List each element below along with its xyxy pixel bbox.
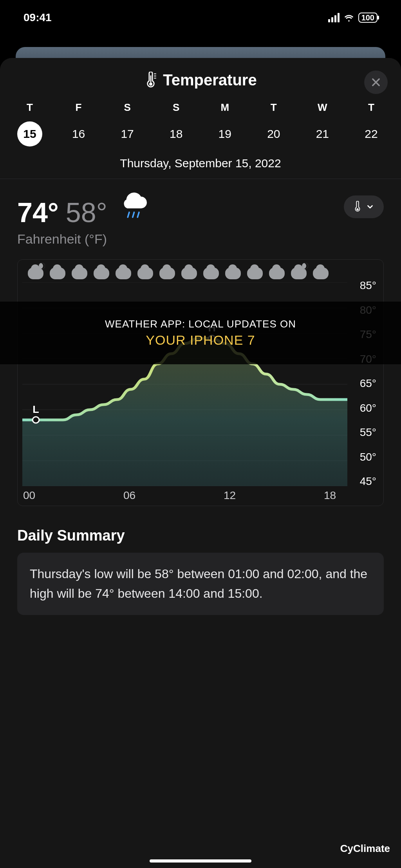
day-number: 21 bbox=[310, 121, 335, 146]
day-letter: M bbox=[220, 101, 229, 114]
thermometer-icon bbox=[144, 72, 157, 89]
day-16[interactable]: F16 bbox=[63, 101, 94, 146]
cloud-icon bbox=[159, 268, 175, 279]
day-number: 19 bbox=[212, 121, 237, 146]
cloud-icon bbox=[50, 268, 65, 279]
day-number: 20 bbox=[261, 121, 286, 146]
day-number: 18 bbox=[164, 121, 189, 146]
home-indicator bbox=[150, 859, 251, 863]
day-strip: T15F16S17S18M19T20W21T22 bbox=[0, 99, 401, 146]
day-15[interactable]: T15 bbox=[14, 101, 45, 146]
day-letter: F bbox=[76, 101, 82, 114]
full-date-label: Thursday, September 15, 2022 bbox=[0, 157, 401, 170]
day-20[interactable]: T20 bbox=[258, 101, 289, 146]
cloud-rain-icon bbox=[117, 191, 149, 222]
cloud-icon bbox=[94, 268, 109, 279]
svg-line-6 bbox=[132, 212, 134, 217]
unit-label: Fahrenheit (°F) bbox=[17, 231, 384, 247]
close-button[interactable] bbox=[364, 71, 388, 94]
svg-point-18 bbox=[33, 417, 39, 423]
day-21[interactable]: W21 bbox=[307, 101, 338, 146]
cloud-icon bbox=[137, 268, 153, 279]
svg-point-0 bbox=[149, 82, 152, 85]
svg-line-7 bbox=[137, 212, 139, 217]
banner-line2: YOUR IPHONE 7 bbox=[146, 333, 255, 348]
cloud-icon bbox=[313, 268, 329, 279]
day-letter: S bbox=[173, 101, 179, 114]
day-number: 16 bbox=[66, 121, 91, 146]
high-temp: 74° bbox=[17, 197, 59, 228]
chevron-down-icon bbox=[366, 201, 374, 213]
cloud-night-icon bbox=[291, 268, 307, 279]
day-number: 15 bbox=[17, 121, 42, 146]
cloud-rain-small-icon bbox=[269, 268, 285, 279]
svg-rect-1 bbox=[150, 75, 152, 82]
svg-line-5 bbox=[128, 212, 129, 217]
cellular-icon bbox=[328, 13, 340, 22]
cloud-night-icon bbox=[28, 268, 43, 279]
day-letter: T bbox=[271, 101, 277, 114]
summary-card: Thursday's low will be 58° between 01:00… bbox=[17, 553, 384, 615]
day-letter: S bbox=[124, 101, 130, 114]
cloud-icon bbox=[203, 268, 219, 279]
status-bar: 09:41 100 bbox=[0, 0, 401, 35]
cloud-icon bbox=[116, 268, 131, 279]
day-18[interactable]: S18 bbox=[161, 101, 192, 146]
thermometer-small-icon bbox=[353, 201, 362, 213]
watermark: CyClimate bbox=[340, 843, 390, 855]
hourly-condition-icons bbox=[22, 267, 376, 279]
day-19[interactable]: M19 bbox=[209, 101, 240, 146]
cloud-icon bbox=[181, 268, 197, 279]
temperature-sheet: Temperature T15F16S17S18M19T20W21T22 Thu… bbox=[0, 58, 401, 868]
cloud-icon bbox=[247, 268, 263, 279]
wifi-icon bbox=[343, 13, 354, 22]
day-letter: T bbox=[368, 101, 374, 114]
temperature-chart: LH 85°80°75°70°65°60°55°50°45° 00061218 bbox=[17, 259, 384, 506]
day-22[interactable]: T22 bbox=[356, 101, 387, 146]
day-number: 17 bbox=[115, 121, 140, 146]
day-letter: W bbox=[318, 101, 327, 114]
day-number: 22 bbox=[359, 121, 384, 146]
close-icon bbox=[370, 77, 381, 88]
banner-line1: WEATHER APP: LOCAL UPDATES ON bbox=[105, 318, 296, 330]
temperature-readout: 74° 58° bbox=[17, 193, 149, 228]
summary-heading: Daily Summary bbox=[17, 527, 384, 544]
status-time: 09:41 bbox=[23, 11, 52, 24]
chart-x-axis: 00061218 bbox=[23, 489, 347, 502]
svg-point-8 bbox=[356, 208, 359, 211]
cloud-icon bbox=[225, 268, 241, 279]
sheet-title: Temperature bbox=[144, 71, 256, 89]
overlay-banner: WEATHER APP: LOCAL UPDATES ON YOUR IPHON… bbox=[0, 302, 401, 364]
low-temp: 58° bbox=[66, 197, 107, 228]
battery-icon: 100 bbox=[358, 13, 378, 23]
day-letter: T bbox=[27, 101, 33, 114]
unit-selector[interactable] bbox=[344, 195, 384, 218]
cloud-icon bbox=[72, 268, 87, 279]
day-17[interactable]: S17 bbox=[112, 101, 143, 146]
svg-text:L: L bbox=[33, 403, 39, 415]
